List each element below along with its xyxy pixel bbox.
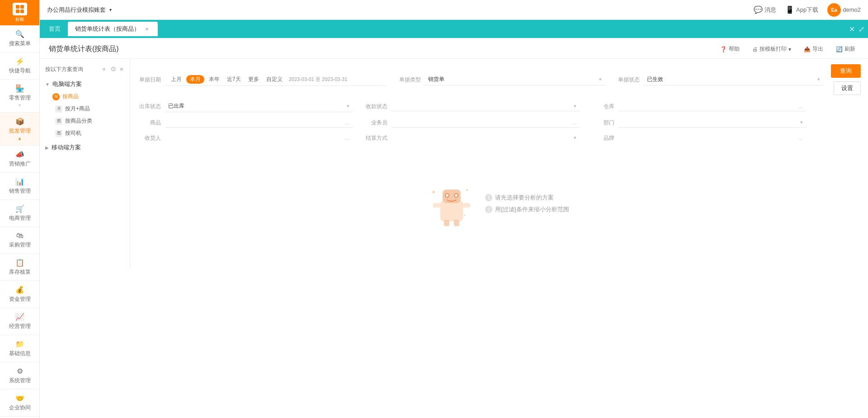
sidebar-item-finance[interactable]: 💰 资金管理 [0, 281, 39, 308]
storehouse-more-icon[interactable]: … [798, 104, 803, 109]
salesperson-control[interactable]: … [391, 118, 580, 128]
sidebar-item-purchase[interactable]: 🛍 采购管理 [0, 227, 39, 254]
date-tab-last-month[interactable]: 上月 [168, 75, 184, 84]
print-dropdown-icon: ▾ [788, 46, 791, 52]
message-button[interactable]: 💬 消息 [754, 5, 776, 14]
user-profile[interactable]: Ea demo2 [827, 3, 861, 17]
scheme-item-by-month-product[interactable]: 月 按月+商品 [40, 103, 130, 115]
page-header-actions: ❓ 帮助 🖨 按模板打印 ▾ 📤 导出 🔄 刷新 [717, 43, 859, 55]
date-control[interactable]: 上月 本月 本年 近7天 更多 自定义 2023-03-01 至 2023-03… [165, 73, 387, 86]
sidebar-item-ecommerce[interactable]: 🛒 电商管理 [0, 200, 39, 227]
svg-text:✦: ✦ [463, 214, 466, 218]
tab-home[interactable]: 首页 [42, 22, 68, 36]
page-header: 销货单统计表(按商品) ❓ 帮助 🖨 按模板打印 ▾ 📤 导出 [40, 38, 868, 59]
app-download-button[interactable]: 📱 App下载 [785, 5, 818, 14]
refresh-button[interactable]: 🔄 刷新 [832, 43, 859, 55]
quick-nav-icon: ⚡ [15, 57, 24, 66]
settlement-dropdown-icon[interactable]: ▾ [574, 135, 576, 141]
tab-sales-stat-label: 销货单统计表（按商品） [75, 25, 140, 33]
date-tab-7days[interactable]: 近7天 [224, 75, 244, 84]
scheme-group-pc-header[interactable]: ▼ 电脑端方案 [40, 78, 130, 90]
salesperson-more-icon[interactable]: … [571, 120, 576, 125]
message-icon: 💬 [754, 5, 763, 14]
sidebar-item-label: 库存核算 [9, 268, 31, 276]
svg-rect-12 [444, 220, 449, 226]
brand-control[interactable]: … [618, 133, 807, 142]
type-control[interactable]: 销货单 ▾ [425, 74, 605, 86]
sidebar-item-label: 销售管理 [9, 187, 31, 195]
date-tab-more[interactable]: 更多 [245, 75, 262, 84]
wholesale-icon: 📦 [15, 117, 24, 126]
tab-close-icon[interactable]: ✕ [143, 25, 151, 33]
svg-point-9 [455, 194, 458, 197]
payment-dropdown-icon[interactable]: ▾ [574, 103, 576, 109]
tab-expand-icon[interactable]: ⤢ [859, 25, 864, 33]
product-more-icon[interactable]: … [344, 120, 349, 125]
help-button[interactable]: ❓ 帮助 [717, 43, 743, 55]
tab-sales-stat[interactable]: 销货单统计表（按商品） ✕ [68, 22, 158, 36]
tip-text-2: 用[过滤]条件来缩小分析范围 [495, 205, 569, 214]
storehouse-control[interactable]: … [618, 102, 807, 111]
status-dropdown-icon[interactable]: ▾ [817, 76, 820, 82]
date-tab-this-month[interactable]: 本月 [186, 75, 204, 84]
print-button[interactable]: 🖨 按模板打印 ▾ [749, 43, 795, 55]
status-label: 单据状态 [616, 76, 643, 84]
scheme-item-by-cashier[interactable]: 图 按司机 [40, 127, 130, 139]
template-title: 办公用品行业模拟账套 [47, 6, 106, 14]
product-control[interactable]: … [165, 118, 353, 128]
settlement-control[interactable]: ▾ [391, 133, 580, 142]
user-name: demo2 [843, 6, 861, 13]
filter-field-receiver: 收货人 … [137, 133, 353, 142]
dept-dropdown-icon[interactable]: ▾ [800, 119, 803, 125]
help-icon: ❓ [720, 46, 727, 52]
filter-field-storehouse: 仓库 … [591, 102, 807, 111]
warehouse-status-control[interactable]: 已出库 ▾ [165, 100, 353, 112]
app-download-label: App下载 [796, 6, 818, 14]
sidebar-item-inventory[interactable]: 📋 库存核算 [0, 254, 39, 281]
date-tab-this-year[interactable]: 本年 [206, 75, 222, 84]
warehouse-dropdown-icon[interactable]: ▾ [347, 103, 349, 109]
query-button[interactable]: 查询 [831, 64, 861, 78]
sidebar-item-sales[interactable]: 📊 销售管理 [0, 173, 39, 200]
svg-text:✦: ✦ [465, 188, 469, 193]
filter-field-dept: 部门 ▾ [591, 118, 807, 128]
filter-field-warehouse-status: 出库状态 已出库 ▾ [137, 100, 353, 112]
ecommerce-icon: 🛒 [15, 204, 24, 213]
dept-label: 部门 [591, 119, 618, 127]
receiver-more-icon[interactable]: … [344, 135, 349, 141]
page-title: 销货单统计表(按商品) [49, 44, 119, 54]
sidebar-item-basic[interactable]: 📁 基础信息 [0, 335, 39, 362]
date-tab-custom[interactable]: 自定义 [264, 75, 285, 84]
type-dropdown-icon[interactable]: ▾ [599, 76, 602, 82]
query-actions: 查询 设置 [831, 64, 861, 95]
scheme-add-icon[interactable]: ＋ [100, 64, 108, 74]
storehouse-label: 仓库 [591, 103, 618, 110]
settings-button[interactable]: 设置 [834, 81, 861, 95]
sidebar-item-system[interactable]: ⚙ 系统管理 [0, 362, 39, 390]
sidebar-item-marketing[interactable]: 📣 营销推广 [0, 146, 39, 173]
dept-control[interactable]: ▾ [618, 118, 807, 128]
payment-control[interactable]: ▾ [391, 101, 580, 111]
scheme-item-by-product[interactable]: 按 按商品 [40, 90, 130, 103]
sidebar-item-wholesale[interactable]: 📦 批发管理 ▲ [0, 113, 39, 146]
sidebar-item-label: 营销推广 [9, 160, 31, 168]
template-dropdown-icon[interactable]: ▾ [109, 7, 112, 12]
scheme-settings-icon[interactable]: ⊙ [110, 64, 117, 74]
inner-container: 销货单统计表(按商品) ❓ 帮助 🖨 按模板打印 ▾ 📤 导出 [40, 38, 868, 418]
scheme-item-by-category[interactable]: 图 按商品分类 [40, 115, 130, 127]
scheme-group-mobile-header[interactable]: ▶ 移动端方案 [40, 141, 130, 154]
sidebar-item-operations[interactable]: 📈 经营管理 [0, 308, 39, 335]
sidebar-item-search-menu[interactable]: 🔍 搜索菜单 [0, 25, 39, 52]
sidebar-item-cooperation[interactable]: 🤝 企业协同 [0, 390, 39, 417]
tab-close-all-icon[interactable]: ✕ [849, 25, 855, 33]
cooperation-icon: 🤝 [15, 394, 24, 403]
sidebar-item-retail[interactable]: 🏪 零售管理 ▼ [0, 80, 39, 113]
status-control[interactable]: 已生效 ▾ [643, 74, 824, 86]
scheme-collapse-icon[interactable]: « [119, 64, 124, 74]
sidebar-item-quick-nav[interactable]: ⚡ 快捷导航 [0, 52, 39, 80]
receiver-control[interactable]: … [165, 133, 353, 142]
app-logo-text: 标账 [15, 16, 24, 23]
brand-more-icon[interactable]: … [798, 135, 803, 141]
content-body: 按以下方案查询 ＋ ⊙ « ▼ 电脑端方案 [40, 59, 868, 269]
export-button[interactable]: 📤 导出 [800, 43, 827, 55]
